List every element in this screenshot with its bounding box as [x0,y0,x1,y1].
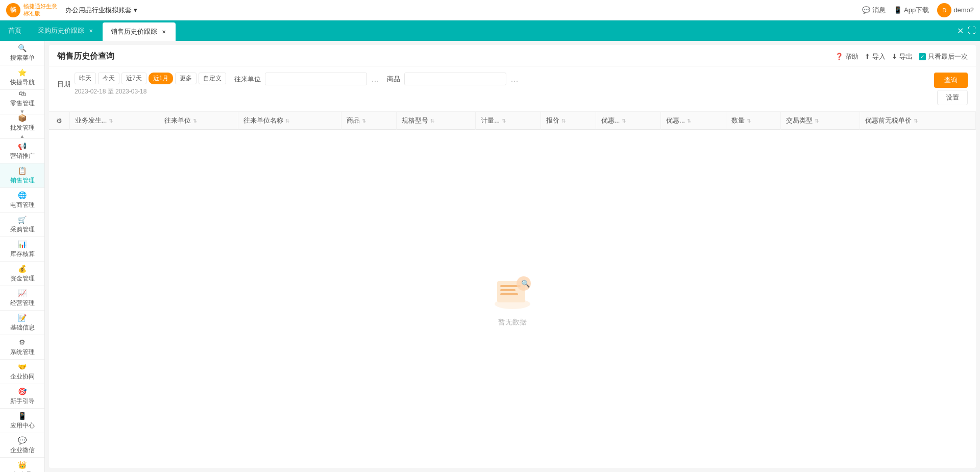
sort-icon[interactable]: ⇅ [815,118,819,124]
sidebar-item-guide[interactable]: 🎯 新手引导 [0,384,44,409]
marketing-icon: 📢 [18,142,27,150]
col-discount2: 优惠... ⇅ [661,112,726,130]
sort-icon[interactable]: ⇅ [362,118,366,124]
product-input[interactable] [404,73,506,85]
sort-icon[interactable]: ⇅ [285,118,289,124]
sidebar-item-retail[interactable]: 🛍 零售管理 ▼ [0,90,44,114]
sidebar: 🔍 搜索菜单 ⭐ 快捷导航 🛍 零售管理 ▼ 📦 批发管理 ▲ 📢 营销推广 📋… [0,41,45,472]
tab-close-sales[interactable]: ✕ [160,28,167,35]
help-btn[interactable]: ❓ 帮助 [835,52,859,61]
logo-icon: 畅 [6,3,20,17]
page-container: 销售历史价查询 ❓ 帮助 ⬆ 导入 ⬇ 导出 ✓ [49,45,976,468]
top-bar: 畅 畅捷通好生意 标准版 办公用品行业模拟账套 ▾ 💬 消息 📱 App下载 D… [0,0,980,20]
svg-text:🔍: 🔍 [521,279,530,288]
sort-icon[interactable]: ⇅ [914,118,918,124]
app-download-btn[interactable]: 📱 App下载 [894,6,929,15]
date-btn-custom[interactable]: 自定义 [199,73,226,84]
sort-icon[interactable]: ⇅ [193,118,197,124]
star-icon: ⭐ [18,68,27,77]
sort-icon[interactable]: ⇅ [430,118,434,124]
date-btn-1month[interactable]: 近1月 [149,73,174,84]
product-dots-btn[interactable]: ... [510,74,518,84]
message-icon: 💬 [862,6,870,14]
export-icon: ⬇ [892,53,897,60]
sidebar-item-system[interactable]: ⚙ 系统管理 [0,335,44,360]
sidebar-item-marketing[interactable]: 📢 营销推广 [0,139,44,163]
sidebar-item-wholesale[interactable]: 📦 批发管理 ▲ [0,114,44,139]
sort-icon[interactable]: ⇅ [747,118,751,124]
tab-home[interactable]: 首页 [0,20,30,41]
date-btn-more[interactable]: 更多 [175,73,197,84]
sidebar-item-enterprise[interactable]: 🤝 企业协同 [0,360,44,384]
system-icon: ⚙ [19,338,26,346]
col-biz-date: 业务发生... ⇅ [69,112,159,130]
avatar: D [937,3,951,17]
logo-text: 畅捷通好生意 标准版 [23,3,57,16]
partner-dots-btn[interactable]: ... [371,74,379,84]
sidebar-item-operations[interactable]: 📈 经营管理 [0,286,44,311]
sort-icon[interactable]: ⇅ [561,118,566,124]
retail-icon: 🛍 [19,89,26,98]
user-profile-btn[interactable]: D demo2 [937,3,974,17]
sort-icon[interactable]: ⇅ [687,118,691,124]
sidebar-item-inventory[interactable]: 📊 库存核算 [0,237,44,262]
tab-bar-actions: ✕ ⛶ [953,20,980,41]
query-button[interactable]: 查询 [934,73,968,88]
col-product: 商品 ⇅ [341,112,397,130]
col-trade-type: 交易类型 ⇅ [781,112,860,130]
sidebar-item-sales-mgmt[interactable]: 📋 销售管理 [0,163,44,188]
only-last-checkbox-label[interactable]: ✓ 只看最后一次 [919,52,968,61]
date-btn-7days[interactable]: 近7天 [121,73,146,84]
wholesale-icon: 📦 [18,114,27,122]
finance-icon: 💰 [18,265,27,273]
sort-icon[interactable]: ⇅ [622,118,626,124]
date-filter-group: 日期 昨天 今天 近7天 近1月 更多 自定义 2023-02-18 至 202… [57,73,226,96]
date-label: 日期 [57,80,70,89]
date-btn-yesterday[interactable]: 昨天 [75,73,96,84]
product-label: 商品 [387,75,400,84]
sort-icon[interactable]: ⇅ [109,118,113,124]
svg-rect-3 [500,289,516,291]
date-range: 2023-02-18 至 2023-03-18 [75,87,226,96]
tab-bar: 首页 采购历史价跟踪 ✕ 销售历史价跟踪 ✕ ✕ ⛶ [0,20,980,41]
partner-label: 往来单位 [234,75,261,84]
sidebar-item-basic-info[interactable]: 📝 基础信息 [0,311,44,335]
col-gear[interactable]: ⚙ [49,112,69,130]
sidebar-item-quick-nav[interactable]: ⭐ 快捷导航 [0,65,44,90]
export-btn[interactable]: ⬇ 导出 [892,52,913,61]
message-btn[interactable]: 💬 消息 [862,6,886,15]
sidebar-item-ecommerce[interactable]: 🌐 电商管理 [0,188,44,213]
partner-filter-group: 往来单位 ... [234,73,379,85]
col-spec: 规格型号 ⇅ [397,112,476,130]
date-btn-today[interactable]: 今天 [98,73,119,84]
sidebar-item-search[interactable]: 🔍 搜索菜单 [0,41,44,65]
tab-close-all-icon[interactable]: ✕ [957,26,964,36]
table-wrapper: ⚙ 业务发生... ⇅ 往来单位 [49,112,976,468]
sidebar-item-member[interactable]: 👑 畅会员 [0,458,44,472]
product-filter-group: 商品 ... [387,73,518,85]
checkbox-icon: ✓ [919,53,926,60]
empty-text: 暂无数据 [498,318,527,327]
tab-sales-history[interactable]: 销售历史价跟踪 ✕ [103,22,176,41]
partner-input[interactable] [265,73,367,85]
sidebar-item-purchase[interactable]: 🛒 采购管理 [0,213,44,237]
sidebar-item-wechat[interactable]: 💬 企业微信 [0,433,44,458]
gear-icon[interactable]: ⚙ [56,117,62,125]
sidebar-item-finance[interactable]: 💰 资金管理 [0,262,44,286]
col-pretax-price: 优惠前无税单价 ⇅ [860,112,976,130]
sort-icon[interactable]: ⇅ [502,118,506,124]
wechat-icon: 💬 [18,436,27,444]
tab-purchase-history[interactable]: 采购历史价跟踪 ✕ [30,20,103,41]
empty-state: 🔍 暂无数据 [49,130,976,468]
col-discount1: 优惠... ⇅ [596,112,661,130]
col-unit: 计量... ⇅ [476,112,541,130]
import-btn[interactable]: ⬆ 导入 [865,52,886,61]
settings-button[interactable]: 设置 [937,90,968,105]
basic-info-icon: 📝 [18,314,27,322]
filter-bar: 日期 昨天 今天 近7天 近1月 更多 自定义 2023-02-18 至 202… [49,66,976,112]
tab-fullscreen-icon[interactable]: ⛶ [968,26,976,35]
tab-close-purchase[interactable]: ✕ [87,27,94,34]
ecommerce-icon: 🌐 [18,191,27,199]
sidebar-item-app-center[interactable]: 📱 应用中心 [0,409,44,433]
app-selector[interactable]: 办公用品行业模拟账套 ▾ [61,4,141,17]
